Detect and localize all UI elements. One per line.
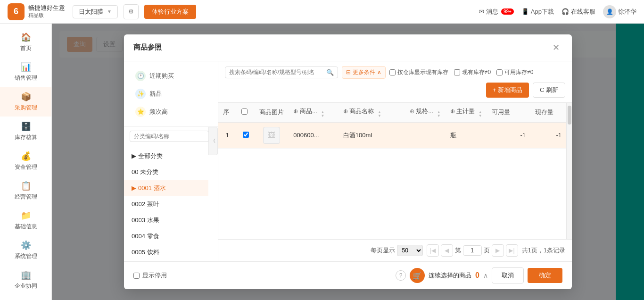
cell-check[interactable] (237, 122, 255, 148)
filter-checkboxes: 按仓库显示现有库存 现有库存≠0 可用库存≠0 (389, 68, 534, 76)
sidebar-item-guide[interactable]: 🎓 新手引导 (0, 295, 51, 300)
left-panel: 🕐 近期购买 ✨ 新品 ⭐ 频次高 (124, 61, 218, 262)
user-profile-btn[interactable]: 👤 徐泽华 (603, 5, 636, 18)
sidebar-item-system[interactable]: ⚙️ 系统管理 (0, 235, 51, 265)
modal-header: 商品参照 ✕ (124, 34, 572, 61)
col-header-img: 商品图片 (255, 103, 289, 123)
category-0003[interactable]: 0003 水果 (124, 212, 208, 228)
category-0005[interactable]: 0005 饮料 (124, 244, 208, 260)
cart-label: 连续选择的商品 (429, 271, 471, 280)
sidebar-label-corp: 企业协同 (15, 282, 37, 290)
per-page-select: 每页显示 10 20 50 100 (371, 245, 423, 256)
modal-title: 商品参照 (133, 43, 162, 52)
frequent-item[interactable]: ⭐ 频次高 (130, 103, 212, 121)
refresh-btn[interactable]: C 刷新 (533, 83, 565, 98)
col-header-spec[interactable]: ⊕ 规格... ▲▼ (405, 103, 446, 123)
sort-arrows-unit: ▲▼ (479, 110, 482, 118)
modal-overlay: 商品参照 ✕ 🕐 近期购买 ✨ (52, 24, 644, 300)
product-table-container: 序 商品图片 ⊕ 商品... ▲▼ (218, 103, 566, 240)
category-0001[interactable]: ▶ 0001 酒水 (124, 180, 208, 196)
business-icon: 📋 (21, 181, 31, 191)
per-page-dropdown[interactable]: 10 20 50 100 (397, 245, 423, 256)
first-page-btn[interactable]: |◀ (427, 244, 439, 257)
filter-icon: ⊟ (346, 69, 351, 75)
sidebar-item-inventory[interactable]: 🗄️ 库存核算 (0, 117, 51, 146)
product-table: 序 商品图片 ⊕ 商品... ▲▼ (218, 103, 566, 149)
sidebar-item-finance[interactable]: 💰 资金管理 (0, 146, 51, 176)
arrow-active-icon: ▶ (132, 184, 136, 192)
category-0004[interactable]: 0004 零食 (124, 228, 208, 244)
system-icon: ⚙️ (21, 240, 31, 250)
show-disabled-checkbox[interactable] (133, 273, 140, 279)
sidebar-item-corp[interactable]: 🏢 企业协同 (0, 265, 51, 295)
cart-icon-btn[interactable]: 🛒 (410, 268, 425, 283)
sidebar-label-inventory: 库存核算 (15, 133, 37, 142)
category-all[interactable]: ▶ 全部分类 (124, 148, 208, 164)
table-scrollbar[interactable] (566, 103, 572, 240)
new-product-label: 新品 (149, 90, 162, 98)
panel-collapse-btn[interactable]: 《 (208, 127, 218, 155)
category-search-input[interactable] (130, 131, 208, 142)
settings-gear-btn[interactable]: ⚙ (124, 4, 139, 19)
confirm-btn[interactable]: 确定 (528, 268, 562, 283)
online-service-btn[interactable]: 🎧 在线客服 (561, 8, 595, 16)
collapse-arrow-icon[interactable]: ∧ (483, 272, 488, 279)
sidebar-item-purchase[interactable]: 📦 采购管理 (0, 87, 51, 117)
topbar: 6 畅捷通好生意 精品版 日太阳膜 ▼ ⚙ 体验行业方案 ✉ 消息 99+ 📱 … (0, 0, 644, 24)
checkbox-by-warehouse[interactable]: 按仓库显示现有库存 (389, 68, 448, 76)
category-00[interactable]: 00 未分类 (124, 164, 208, 180)
checkbox-available-stock[interactable]: 可用库存≠0 (496, 68, 533, 76)
sort-arrows-spec: ▲▼ (437, 110, 441, 118)
prev-page-btn[interactable]: ◀ (441, 244, 453, 257)
trial-btn[interactable]: 体验行业方案 (144, 5, 196, 19)
sidebar-item-business[interactable]: 📋 经营管理 (0, 176, 51, 206)
app-download-btn[interactable]: 📱 App下载 (521, 8, 554, 16)
cell-spec (405, 122, 446, 148)
product-image: 🖼 (263, 127, 280, 144)
sidebar-label-sales: 销售管理 (15, 74, 37, 82)
sidebar-item-basic[interactable]: 📁 基础信息 (0, 206, 51, 235)
sort-icon-unit: ⊕ (450, 108, 455, 115)
modal-close-btn[interactable]: ✕ (549, 41, 562, 54)
table-row[interactable]: 1 🖼 000600... (218, 122, 566, 148)
last-page-btn[interactable]: ▶| (506, 244, 518, 257)
modal-body: 🕐 近期购买 ✨ 新品 ⭐ 频次高 (124, 61, 572, 262)
cell-name: 白酒100ml (339, 122, 405, 148)
next-page-btn[interactable]: ▶ (492, 244, 504, 257)
row-checkbox[interactable] (243, 132, 249, 138)
show-disabled-group: 显示停用 (133, 271, 167, 280)
table-header-row: 序 商品图片 ⊕ 商品... ▲▼ (218, 103, 566, 123)
scrollbar-thumb (568, 106, 571, 125)
messages-btn[interactable]: ✉ 消息 99+ (479, 8, 514, 16)
product-search-input[interactable] (229, 69, 323, 75)
category-0002[interactable]: 0002 茶叶 (124, 196, 208, 212)
recent-purchase-label: 近期购买 (149, 72, 174, 80)
sidebar-label-home: 首页 (20, 44, 32, 52)
cell-stock: -1 (530, 122, 566, 148)
recent-purchase-item[interactable]: 🕐 近期购买 (130, 67, 212, 85)
search-icon[interactable]: 🔍 (326, 69, 334, 76)
cancel-btn[interactable]: 取消 (492, 267, 524, 283)
new-product-item[interactable]: ✨ 新品 (130, 85, 212, 103)
col-header-name[interactable]: ⊕ 商品名称 ▲▼ (339, 103, 405, 123)
help-icon[interactable]: ? (396, 270, 406, 281)
checkbox-current-stock[interactable]: 现有库存≠0 (454, 68, 491, 76)
cell-index: 1 (218, 122, 237, 148)
col-header-code[interactable]: ⊕ 商品... ▲▼ (289, 103, 338, 123)
sidebar-item-sales[interactable]: 📊 销售管理 (0, 57, 51, 87)
select-all-checkbox[interactable] (241, 108, 248, 115)
col-header-available: 可用量 (487, 103, 530, 123)
cell-available: -1 (487, 122, 530, 148)
page-input[interactable] (463, 245, 482, 256)
pagination-bar: 每页显示 10 20 50 100 |◀ ◀ (218, 239, 572, 261)
inventory-icon: 🗄️ (21, 121, 31, 132)
store-selector[interactable]: 日太阳膜 ▼ (73, 5, 118, 18)
sidebar-item-home[interactable]: 🏠 首页 (0, 27, 51, 57)
per-page-label: 每页显示 (371, 246, 395, 255)
content-area: 查询 设置 刷新 商品参照 ✕ (52, 24, 644, 300)
logo-text: 畅捷通好生意 (28, 4, 65, 12)
add-product-btn[interactable]: + 新增商品 (486, 83, 529, 98)
col-header-unit[interactable]: ⊕ 主计量 ▲▼ (446, 103, 487, 123)
star-icon: ⭐ (135, 107, 146, 117)
more-filter-btn[interactable]: ⊟ 更多条件 ∧ (342, 66, 386, 79)
